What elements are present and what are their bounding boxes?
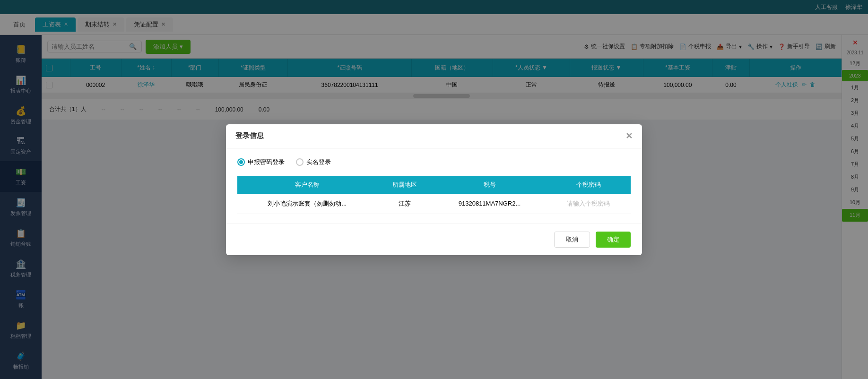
login-table-row: 刘小艳演示账套（勿删勿动... 江苏 91320811MA7NGR2... 请输…	[237, 194, 631, 214]
tax-id-cell: 91320811MA7NGR2...	[433, 194, 547, 214]
client-name-cell: 刘小艳演示账套（勿删勿动...	[237, 194, 377, 214]
inner-col-client-name: 客户名称	[237, 176, 377, 194]
radio-password-circle	[237, 158, 245, 166]
radio-realname-label: 实名登录	[306, 158, 331, 166]
cancel-button[interactable]: 取消	[554, 232, 590, 248]
modal-header: 登录信息 ✕	[226, 124, 642, 148]
radio-realname-circle	[296, 158, 304, 166]
modal-overlay: 登录信息 ✕ 申报密码登录 实名登录	[0, 0, 868, 379]
radio-password-label: 申报密码登录	[248, 158, 285, 166]
tax-password-cell[interactable]: 请输入个税密码	[547, 194, 631, 214]
inner-col-tax-id: 税号	[433, 176, 547, 194]
confirm-button[interactable]: 确定	[596, 232, 631, 248]
app-container: 人工客服 徐泽华 首页 工资表 ✕ 期末结转 ✕ 凭证配置 ✕ 📒 账簿	[0, 0, 868, 379]
modal-body: 申报密码登录 实名登录 客户名称 所属地区 税号 个税密码	[226, 148, 642, 224]
modal-title: 登录信息	[235, 131, 264, 140]
login-modal: 登录信息 ✕ 申报密码登录 实名登录	[226, 124, 642, 255]
region-cell: 江苏	[377, 194, 433, 214]
login-info-table: 客户名称 所属地区 税号 个税密码 刘小艳演示账套（勿删勿动... 江苏 913…	[237, 176, 631, 214]
modal-close-button[interactable]: ✕	[625, 131, 633, 141]
inner-col-region: 所属地区	[377, 176, 433, 194]
radio-realname[interactable]: 实名登录	[296, 158, 331, 166]
inner-col-tax-password: 个税密码	[547, 176, 631, 194]
radio-password[interactable]: 申报密码登录	[237, 158, 285, 166]
modal-footer: 取消 确定	[226, 224, 642, 255]
login-type-radio-group: 申报密码登录 实名登录	[237, 158, 631, 166]
